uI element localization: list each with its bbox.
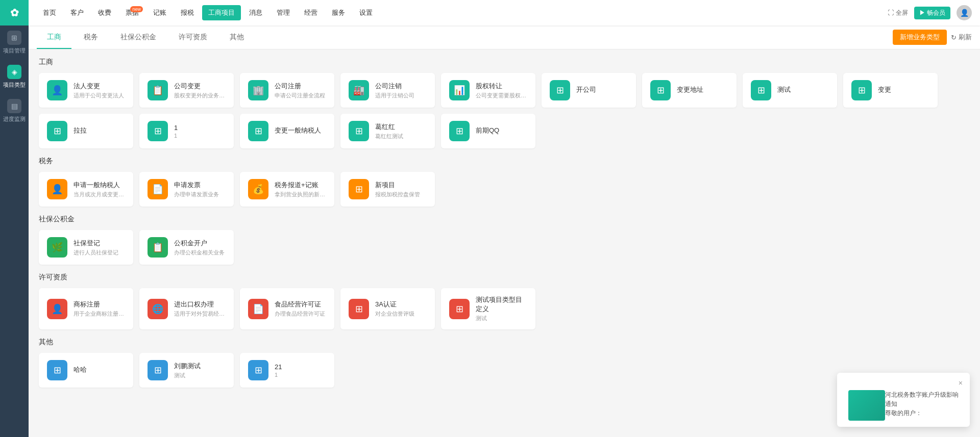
navbar-right: ⛶ 全屏 ▶ 畅会员 👤 <box>888 5 972 20</box>
card-tax-report[interactable]: 💰税务报道+记账拿到营业执照的新公司 <box>240 172 334 207</box>
card-num1[interactable]: ⊞11 <box>139 114 234 148</box>
card-new-project[interactable]: ⊞新项目报税加税控盘保管 <box>340 172 435 207</box>
card-title-num1: 1 <box>174 124 226 132</box>
card-desc-tax-report: 拿到营业执照的新公司 <box>275 191 326 198</box>
card-desc-social-reg: 进行人员社保登记 <box>74 249 125 256</box>
fullscreen-icon: ⛶ <box>888 9 894 16</box>
card-text-apply-taxpayer: 申请一般纳税人当月或次月成变更完成 <box>74 181 125 198</box>
card-apply-taxpayer[interactable]: 👤申请一般纳税人当月或次月成变更完成 <box>39 172 133 207</box>
card-mohonghong[interactable]: ⊞葛红红葛红红测试 <box>340 114 435 148</box>
card-desc-num21: 1 <box>275 372 326 378</box>
tab-other[interactable]: 其他 <box>219 25 254 49</box>
card-icon-change-taxpayer: ⊞ <box>248 121 268 141</box>
card-social-reg[interactable]: 🌿社保登记进行人员社保登记 <box>39 230 133 265</box>
nav-tax[interactable]: 报税 <box>175 5 200 20</box>
card-fund-account[interactable]: 📋公积金开户办理公积金相关业务 <box>139 230 234 265</box>
nav-accounting[interactable]: 记账 <box>147 5 173 20</box>
tab-bizreg[interactable]: 工商 <box>37 25 71 49</box>
nav-tickets[interactable]: 票据 new <box>119 5 145 20</box>
nav-items: 首页 客户 收费 票据 new 记账 报税 工商项目 消息 管理 经营 服务 设… <box>37 5 888 20</box>
vip-button[interactable]: ▶ 畅会员 <box>914 7 950 19</box>
card-icon-legal-change: 👤 <box>47 80 67 100</box>
card-icon-change-address: ⊞ <box>650 80 671 100</box>
nav-settings[interactable]: 设置 <box>353 5 379 20</box>
card-title-import-export: 进出口权办理 <box>174 300 226 309</box>
card-text-food-license: 食品经营许可证办理食品经营许可证 <box>275 300 326 318</box>
card-change-address[interactable]: ⊞变更地址 <box>642 73 737 108</box>
tab-license[interactable]: 许可资质 <box>168 25 217 49</box>
card-title-change-address: 变更地址 <box>677 85 728 94</box>
card-icon-trademark: 👤 <box>47 299 67 319</box>
nav-manage[interactable]: 管理 <box>271 5 296 20</box>
sidebar-item-progress[interactable]: ▤ 进度监测 <box>0 94 29 128</box>
nav-service[interactable]: 服务 <box>326 5 351 20</box>
card-title-lala: 拉拉 <box>74 126 125 135</box>
card-trademark[interactable]: 👤商标注册用于企业商标注册服务 <box>39 288 133 329</box>
card-change[interactable]: ⊞变更 <box>843 73 938 108</box>
new-type-button[interactable]: 新增业务类型 <box>893 30 947 45</box>
tab-tax[interactable]: 税务 <box>74 25 108 49</box>
card-icon-test: ⊞ <box>751 80 771 100</box>
card-liupeng-test[interactable]: ⊞刘鹏测试测试 <box>139 353 234 388</box>
card-company-cancel[interactable]: 🏭公司注销适用于注销公司 <box>340 73 435 108</box>
card-text-tax-report: 税务报道+记账拿到营业执照的新公司 <box>275 181 326 198</box>
user-avatar[interactable]: 👤 <box>957 5 972 20</box>
card-title-haha: 哈哈 <box>74 365 125 374</box>
card-title-early-qq: 前期QQ <box>476 126 527 135</box>
refresh-button[interactable]: ↻ 刷新 <box>951 33 972 42</box>
nav-billing[interactable]: 收费 <box>92 5 117 20</box>
card-apply-invoice[interactable]: 📄申请发票办理申请发票业务 <box>139 172 234 207</box>
card-early-qq[interactable]: ⊞前期QQ <box>441 114 535 148</box>
card-title-apply-invoice: 申请发票 <box>174 181 226 190</box>
card-icon-company-change: 📋 <box>148 80 168 100</box>
nav-client[interactable]: 客户 <box>64 5 90 20</box>
card-title-legal-change: 法人变更 <box>74 82 125 91</box>
card-title-change: 变更 <box>878 85 929 94</box>
card-company-reg[interactable]: 🏢公司注册申请公司注册全流程 <box>240 73 334 108</box>
card-change-taxpayer[interactable]: ⊞变更一般纳税人 <box>240 114 334 148</box>
card-legal-change[interactable]: 👤法人变更适用于公司变更法人 <box>39 73 133 108</box>
nav-home[interactable]: 首页 <box>37 5 62 20</box>
card-text-company-change: 公司变更股权变更外的业务变更 <box>174 82 226 99</box>
card-icon-tax-report: 💰 <box>248 179 268 199</box>
card-desc-liupeng-test: 测试 <box>174 372 226 379</box>
navbar: 首页 客户 收费 票据 new 记账 报税 工商项目 消息 管理 经营 服务 设… <box>29 0 980 25</box>
nav-bizreg[interactable]: 工商项目 <box>202 5 241 20</box>
card-text-change-address: 变更地址 <box>677 85 728 95</box>
notification-close-btn[interactable]: × <box>959 379 963 387</box>
card-test[interactable]: ⊞测试 <box>743 73 837 108</box>
card-test-type-def[interactable]: ⊞测试项目类型目定义测试 <box>441 288 535 329</box>
card-3a-cert[interactable]: ⊞3A认证对企业信誉评级 <box>340 288 435 329</box>
card-text-fund-account: 公积金开户办理公积金相关业务 <box>174 239 226 256</box>
card-num21[interactable]: ⊞211 <box>240 353 334 388</box>
tab-social[interactable]: 社保公积金 <box>110 25 166 49</box>
sidebar-label-progress: 进度监测 <box>3 115 26 123</box>
sidebar-item-project-type[interactable]: ◈ 项目类型 <box>0 60 29 94</box>
card-icon-change: ⊞ <box>851 80 872 100</box>
nav-messages[interactable]: 消息 <box>243 5 268 20</box>
card-text-company-reg: 公司注册申请公司注册全流程 <box>275 82 326 99</box>
card-haha[interactable]: ⊞哈哈 <box>39 353 133 388</box>
card-equity-transfer[interactable]: 📊股权转让公司变更需要股权转让 <box>441 73 535 108</box>
section-title-other: 其他 <box>39 338 970 347</box>
nav-operations[interactable]: 经营 <box>298 5 324 20</box>
card-company-change[interactable]: 📋公司变更股权变更外的业务变更 <box>139 73 234 108</box>
project-type-icon: ◈ <box>7 65 21 79</box>
card-open-company[interactable]: ⊞开公司 <box>542 73 636 108</box>
card-lala[interactable]: ⊞拉拉 <box>39 114 133 148</box>
sidebar-item-project-mgmt[interactable]: ⊞ 项目管理 <box>0 25 29 60</box>
card-icon-num21: ⊞ <box>248 360 268 380</box>
card-icon-3a-cert: ⊞ <box>349 299 369 319</box>
card-food-license[interactable]: 📄食品经营许可证办理食品经营许可证 <box>240 288 334 329</box>
card-text-liupeng-test: 刘鹏测试测试 <box>174 362 226 379</box>
card-title-trademark: 商标注册 <box>74 300 125 309</box>
play-icon: ▶ <box>919 9 925 16</box>
card-text-num1: 11 <box>174 124 226 139</box>
fullscreen-btn[interactable]: ⛶ 全屏 <box>888 9 908 17</box>
card-title-equity-transfer: 股权转让 <box>476 82 527 91</box>
card-icon-lala: ⊞ <box>47 121 67 141</box>
card-title-company-change: 公司变更 <box>174 82 226 91</box>
card-icon-food-license: 📄 <box>248 299 268 319</box>
card-import-export[interactable]: 🌐进出口权办理适用于对外贸易经营者 <box>139 288 234 329</box>
card-desc-fund-account: 办理公积金相关业务 <box>174 249 226 256</box>
